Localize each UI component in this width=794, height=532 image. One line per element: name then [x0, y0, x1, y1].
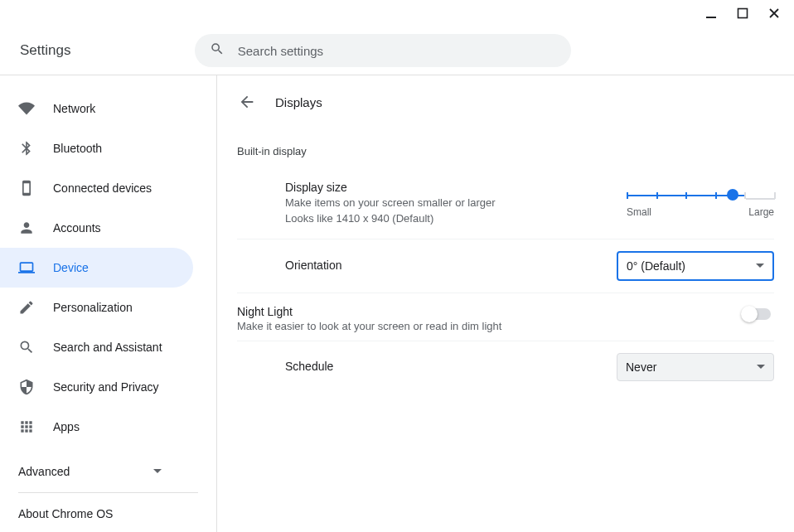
app-title: Settings: [20, 42, 70, 59]
search-icon: [210, 41, 225, 60]
night-light-title: Night Light: [237, 305, 501, 318]
night-light-desc: Make it easier to look at your screen or…: [237, 320, 501, 332]
sidebar-item-connected-devices[interactable]: Connected devices: [0, 168, 193, 208]
slider-label-small: Small: [627, 206, 651, 218]
sidebar-divider: [18, 492, 198, 493]
svg-rect-0: [706, 17, 716, 18]
window-minimize-button[interactable]: [703, 5, 719, 22]
person-icon: [18, 220, 35, 236]
sidebar-advanced-toggle[interactable]: Advanced: [0, 453, 180, 489]
row-schedule: Schedule Never: [237, 341, 774, 393]
sidebar-item-label: Bluetooth: [53, 142, 102, 155]
display-size-desc2: Looks like 1410 x 940 (Default): [285, 211, 627, 227]
sidebar-item-personalization[interactable]: Personalization: [0, 288, 193, 327]
back-button[interactable]: [237, 92, 257, 112]
chevron-down-icon: [756, 264, 764, 268]
window-titlebar: [0, 0, 794, 27]
orientation-value: 0° (Default): [627, 259, 685, 273]
shield-icon: [18, 379, 35, 395]
sidebar-item-bluetooth[interactable]: Bluetooth: [0, 128, 193, 168]
sidebar-item-label: Network: [53, 102, 95, 115]
slider-label-large: Large: [748, 206, 774, 218]
row-display-size: Display size Make items on your screen s…: [237, 169, 774, 239]
window-close-button[interactable]: [766, 5, 782, 22]
search-input[interactable]: [238, 44, 556, 58]
bluetooth-icon: [18, 140, 35, 157]
orientation-title: Orientation: [285, 259, 617, 272]
advanced-label: Advanced: [18, 465, 70, 478]
sidebar-item-apps[interactable]: Apps: [0, 407, 193, 447]
sidebar: Network Bluetooth Connected devices Acco…: [0, 75, 217, 532]
night-light-toggle[interactable]: [743, 308, 771, 320]
sidebar-item-label: Connected devices: [53, 181, 152, 195]
display-size-desc1: Make items on your screen smaller or lar…: [285, 196, 627, 211]
orientation-dropdown[interactable]: 0° (Default): [617, 251, 774, 281]
sidebar-item-device[interactable]: Device: [0, 248, 193, 288]
svg-rect-1: [738, 9, 748, 18]
display-size-slider[interactable]: [627, 190, 774, 201]
sidebar-item-accounts[interactable]: Accounts: [0, 208, 193, 248]
sidebar-item-label: Personalization: [53, 301, 133, 314]
sidebar-item-network[interactable]: Network: [0, 89, 193, 128]
window-maximize-button[interactable]: [734, 5, 751, 22]
app-header: Settings: [0, 27, 794, 75]
toggle-knob: [741, 306, 758, 322]
search-container[interactable]: [195, 34, 571, 67]
search-icon: [18, 339, 35, 355]
phone-icon: [18, 180, 35, 196]
chevron-down-icon: [153, 469, 162, 473]
row-orientation: Orientation 0° (Default): [237, 239, 774, 293]
section-built-in-display: Built-in display: [237, 145, 774, 157]
main-panel: Displays Built-in display Display size M…: [217, 75, 794, 532]
chevron-down-icon: [757, 365, 765, 369]
schedule-title: Schedule: [285, 360, 617, 373]
schedule-value: Never: [626, 360, 656, 374]
sidebar-item-label: Apps: [53, 420, 80, 433]
wifi-icon: [18, 100, 35, 117]
about-label: About Chrome OS: [18, 507, 113, 520]
sidebar-about[interactable]: About Chrome OS: [0, 496, 216, 532]
page-title: Displays: [275, 95, 322, 109]
pencil-icon: [18, 299, 35, 316]
schedule-dropdown[interactable]: Never: [617, 353, 774, 381]
sidebar-item-label: Accounts: [53, 221, 101, 235]
sidebar-item-label: Security and Privacy: [53, 380, 159, 394]
sidebar-item-security-privacy[interactable]: Security and Privacy: [0, 367, 193, 407]
sidebar-item-search-assistant[interactable]: Search and Assistant: [0, 327, 193, 367]
display-size-title: Display size: [285, 181, 627, 194]
sidebar-item-label: Search and Assistant: [53, 341, 162, 354]
sidebar-item-label: Device: [53, 261, 89, 274]
apps-icon: [18, 418, 35, 435]
laptop-icon: [18, 259, 35, 276]
